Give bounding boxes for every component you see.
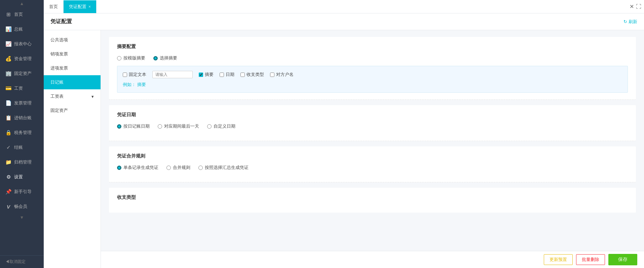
sidebar-item-trading[interactable]: 📋 进销台账 [0, 110, 44, 125]
voucher-date-radio-group: 按日记账日期 对应期间最后一天 自定义日期 [117, 123, 628, 129]
refresh-icon: ↻ [623, 19, 627, 24]
tab-bar: 首页 凭证配置 × ✕ ⛶ [44, 0, 644, 13]
refresh-button[interactable]: ↻ 刷新 [623, 19, 637, 25]
sidebar-item-home[interactable]: ⊞ 首页 [0, 7, 44, 22]
tab-bar-actions: ✕ ⛶ [630, 3, 644, 10]
checkbox-fixed-text[interactable]: 固定文本 [123, 72, 146, 78]
radio-journal-date[interactable]: 按日记账日期 [117, 123, 150, 129]
content-layout: 公共选项 销项发票 进项发票 日记账 工资表 ▾ 固定资产 [44, 30, 644, 268]
tab-voucher-config[interactable]: 凭证配置 × [64, 0, 97, 13]
radio-select-summary[interactable]: 选择摘要 [153, 55, 177, 61]
voucher-date-title: 凭证日期 [117, 112, 628, 118]
checkbox-counterparty[interactable]: 对方户名 [270, 72, 294, 78]
sidebar-item-reports[interactable]: 📈 报表中心 [0, 37, 44, 51]
guide-icon: 📌 [5, 189, 11, 195]
checkbox-date[interactable]: 日期 [220, 72, 234, 78]
radio-merge-rule[interactable]: 合并规则 [166, 165, 190, 171]
voucher-merge-section: 凭证合并规则 单条记录生成凭证 合并规则 按照选择汇总生成凭证 [109, 146, 636, 182]
radio-template-summary[interactable]: 按模版摘要 [117, 55, 145, 61]
checkbox-summary[interactable]: 摘要 [199, 72, 214, 78]
update-preview-button[interactable]: 更新预置 [544, 254, 573, 265]
left-nav-item-payroll[interactable]: 工资表 ▾ [44, 89, 101, 103]
voucher-merge-title: 凭证合并规则 [117, 153, 628, 159]
chevron-down-icon: ▾ [91, 94, 94, 99]
window-close-icon[interactable]: ✕ [630, 3, 634, 10]
main-area: 首页 凭证配置 × ✕ ⛶ 凭证配置 ↻ 刷新 公共选项 销项发票 进项 [44, 0, 644, 268]
summary-config-title: 摘要配置 [117, 44, 628, 50]
sidebar-item-salary[interactable]: 💳 工资 [0, 81, 44, 96]
sidebar-item-tax[interactable]: 🔒 税务管理 [0, 125, 44, 140]
income-type-section: 收支类型 [109, 188, 636, 213]
sidebar-item-archive[interactable]: 📁 归档管理 [0, 155, 44, 170]
radio-single-record[interactable]: 单条记录生成凭证 [117, 165, 158, 171]
sidebar-item-settings[interactable]: ⚙ 设置 [0, 170, 44, 184]
right-content: 摘要配置 按模版摘要 选择摘要 [101, 30, 644, 251]
left-nav-item-sales-invoice[interactable]: 销项发票 [44, 47, 101, 61]
tab-close-button[interactable]: × [88, 4, 91, 9]
trading-icon: 📋 [5, 115, 11, 121]
sidebar-item-fixed-assets[interactable]: 🏢 固定资产 [0, 66, 44, 81]
tab-home[interactable]: 首页 [44, 0, 64, 13]
settlement-icon: ✓ [5, 144, 11, 150]
summary-config-section: 摘要配置 按模版摘要 选择摘要 [109, 37, 636, 100]
ledger-icon: 📊 [5, 26, 11, 32]
page-title: 凭证配置 [50, 18, 72, 25]
archive-icon: 📁 [5, 159, 11, 165]
left-nav: 公共选项 销项发票 进项发票 日记账 工资表 ▾ 固定资产 [44, 30, 101, 268]
batch-delete-button[interactable]: 批量删除 [576, 254, 605, 265]
left-nav-item-purchase-invoice[interactable]: 进项发票 [44, 61, 101, 75]
checkbox-income-type[interactable]: 收支类型 [240, 72, 264, 78]
checkbox-row: 固定文本 摘要 日期 [123, 71, 622, 78]
sidebar-item-guide[interactable]: 📌 新手引导 [0, 184, 44, 199]
salary-icon: 💳 [5, 85, 11, 91]
sidebar-item-funds[interactable]: 💰 资金管理 [0, 51, 44, 66]
sidebar-unpin-button[interactable]: ◀取消固定 [0, 255, 44, 268]
left-nav-item-journal[interactable]: 日记账 [44, 75, 101, 89]
sidebar-item-ledger[interactable]: 📊 总账 [0, 22, 44, 37]
sidebar: ▲ ⊞ 首页 📊 总账 📈 报表中心 💰 资金管理 🏢 固定资产 💳 工资 📄 … [0, 0, 44, 268]
radio-period-last[interactable]: 对应期间最后一天 [158, 123, 199, 129]
voucher-merge-radio-group: 单条记录生成凭证 合并规则 按照选择汇总生成凭证 [117, 165, 628, 171]
member-icon: V [5, 204, 11, 210]
window-expand-icon[interactable]: ⛶ [636, 4, 641, 10]
fixed-text-input[interactable] [152, 71, 193, 78]
radio-summary-generate[interactable]: 按照选择汇总生成凭证 [198, 165, 249, 171]
summary-radio-group: 按模版摘要 选择摘要 [117, 55, 628, 61]
income-type-title: 收支类型 [117, 194, 628, 200]
sidebar-scroll-down[interactable]: ▼ [0, 214, 44, 221]
invoice-icon: 📄 [5, 100, 11, 106]
voucher-date-section: 凭证日期 按日记账日期 对应期间最后一天 自定义日期 [109, 105, 636, 141]
sidebar-scroll-up[interactable]: ▲ [0, 0, 44, 7]
funds-icon: 💰 [5, 56, 11, 62]
sidebar-item-settlement[interactable]: ✓ 结账 [0, 140, 44, 155]
home-icon: ⊞ [5, 11, 11, 17]
settings-icon: ⚙ [5, 174, 11, 180]
sidebar-item-member[interactable]: V 畅会员 [0, 199, 44, 214]
save-button[interactable]: 保存 [608, 254, 637, 265]
page-header: 凭证配置 ↻ 刷新 [44, 13, 644, 30]
fixed-assets-icon: 🏢 [5, 71, 11, 77]
tax-icon: 🔒 [5, 130, 11, 136]
reports-icon: 📈 [5, 41, 11, 47]
summary-example: 例如： 摘要 [123, 82, 622, 88]
radio-custom-date[interactable]: 自定义日期 [207, 123, 235, 129]
bottom-bar: 更新预置 批量删除 保存 [101, 251, 644, 268]
left-nav-item-fixed-assets-nav[interactable]: 固定资产 [44, 103, 101, 118]
summary-config-box: 固定文本 摘要 日期 [117, 66, 628, 93]
sidebar-item-invoice[interactable]: 📄 发票管理 [0, 96, 44, 110]
left-nav-item-public[interactable]: 公共选项 [44, 33, 101, 47]
